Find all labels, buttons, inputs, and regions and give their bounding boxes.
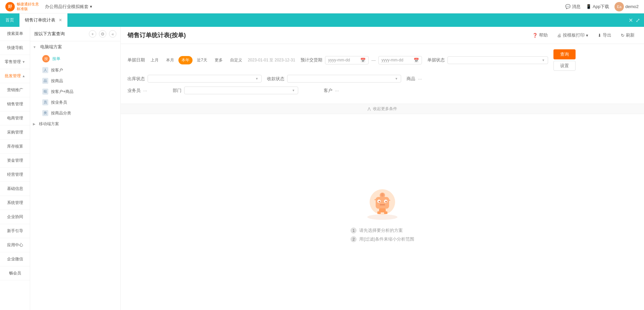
app-download-icon: 📱 (586, 4, 591, 9)
calendar-to-icon: 📅 (414, 58, 419, 63)
sidebar-item-retail[interactable]: 零售管理 ▼ (0, 55, 30, 69)
close-window-icon[interactable]: ✕ (629, 17, 633, 23)
date-btn-more[interactable]: 更多 (212, 56, 226, 64)
help-btn[interactable]: ❓ 帮助 (530, 31, 550, 40)
doc-status-arrow-icon: ▾ (542, 58, 544, 62)
expected-date-to-input[interactable]: yyyy-mm-dd 📅 (378, 56, 422, 64)
pc-solutions-items: 按 按单 人 按客户 品 按商品 组 按客户+商品 员 按业务员 (30, 53, 120, 118)
scheme-by-order[interactable]: 按 按单 (37, 53, 120, 65)
collapse-panel-btn[interactable]: « (109, 30, 116, 38)
content-area: 按以下方案查询 + ⚙ « ▼ 电脑端方案 按 按单 人 按客户 (30, 27, 644, 310)
sidebar-item-marketing[interactable]: 营销推广 (0, 83, 30, 97)
main-layout: 搜索菜单 快捷导航 零售管理 ▼ 批发管理 ▲ 营销推广 销售管理 电商管理 采… (0, 27, 644, 310)
tab-sales-order-stats[interactable]: 销售订单统计表 ✕ (19, 13, 67, 27)
page-title: 销售订单统计表(按单) (127, 31, 186, 39)
customer-more-icon[interactable]: ··· (335, 88, 339, 93)
settings-btn[interactable]: 设置 (553, 61, 576, 71)
svg-rect-14 (381, 193, 384, 197)
filter-row-1: 单据日期 上月 本月 本年 近7天 更多 自定义 2023-01-01 至 20… (127, 49, 637, 71)
sidebar-item-search-menu[interactable]: 搜索菜单 (0, 27, 30, 41)
svg-rect-2 (376, 197, 389, 209)
export-btn[interactable]: ⬇ 导出 (595, 31, 614, 40)
sidebar-item-ecommerce[interactable]: 电商管理 (0, 111, 30, 125)
scheme-by-customer[interactable]: 人 按客户 (37, 65, 120, 75)
app-selector[interactable]: 办公用品行业模拟账套 ▾ (45, 4, 92, 10)
sidebar-item-operations[interactable]: 经营管理 (0, 168, 30, 182)
sidebar-item-inventory[interactable]: 库存核算 (0, 140, 30, 154)
date-btn-7days[interactable]: 近7天 (194, 56, 210, 64)
top-bar-right: 💬 帮助 消息 📱 App下载 Ea demo2 (565, 2, 639, 11)
salesperson-label: 业务员 (127, 88, 141, 94)
empty-tips: 1 请先选择要分析的方案 2 用[过滤]条件来缩小分析范围 (351, 227, 414, 242)
sidebar-item-finance[interactable]: 资金管理 (0, 154, 30, 168)
left-panel-title: 按以下方案查询 (34, 31, 65, 37)
home-label: 首页 (5, 17, 14, 23)
svg-rect-12 (384, 211, 387, 214)
app-selector-arrow-icon: ▾ (90, 4, 92, 9)
sidebar-item-enterprise[interactable]: 企业协同 (0, 210, 30, 224)
mobile-solutions-group[interactable]: ▶ 移动端方案 (30, 118, 120, 130)
sidebar-item-new-guide[interactable]: 新手引导 (0, 224, 30, 238)
scheme-by-product-category[interactable]: 类 按商品分类 (37, 108, 120, 118)
doc-status-select[interactable]: ▾ (447, 56, 548, 64)
filter-ship-status-item: 出库状态 ▾ (127, 75, 262, 83)
svg-point-0 (367, 214, 397, 220)
filter-doc-status-item: 单据状态 ▾ (427, 56, 548, 64)
date-separator: — (371, 58, 376, 63)
payment-status-label: 收款状态 (267, 76, 284, 82)
sidebar-item-basic-info[interactable]: 基础信息 (0, 182, 30, 196)
add-scheme-btn[interactable]: + (89, 30, 96, 38)
expand-window-icon[interactable]: ⤢ (636, 17, 640, 23)
date-btn-this-year[interactable]: 本年 (178, 56, 193, 64)
calendar-from-icon: 📅 (360, 58, 366, 63)
scheme-by-customer-product-icon: 组 (42, 89, 48, 95)
date-btn-custom[interactable]: 自定义 (227, 56, 245, 64)
print-arrow-icon: ▾ (586, 33, 588, 38)
search-btn[interactable]: 查询 (553, 49, 576, 59)
print-template-btn[interactable]: 🖨 按模板打印 ▾ (554, 31, 591, 40)
salesperson-more-icon[interactable]: ··· (143, 88, 147, 93)
sidebar-item-enterprise-wechat[interactable]: 企业微信 (0, 252, 30, 266)
pc-solutions-group[interactable]: ▼ 电脑端方案 (30, 41, 120, 53)
mobile-solutions-label: 移动端方案 (39, 121, 59, 127)
scheme-by-salesperson-icon: 员 (42, 99, 48, 105)
product-more-icon[interactable]: ··· (418, 76, 422, 82)
ship-status-select[interactable]: ▾ (148, 75, 262, 83)
svg-point-5 (378, 201, 380, 203)
sidebar-item-wholesale[interactable]: 批发管理 ▲ (0, 69, 30, 83)
user-menu[interactable]: Ea demo2 (614, 2, 639, 11)
collapse-filter-btn[interactable]: ⋀ 收起更多条件 (121, 104, 644, 114)
scheme-by-salesperson[interactable]: 员 按业务员 (37, 97, 120, 108)
filter-section: 单据日期 上月 本月 本年 近7天 更多 自定义 2023-01-01 至 20… (121, 44, 644, 114)
scheme-by-product-category-icon: 类 (42, 110, 48, 116)
date-btn-last-month[interactable]: 上月 (148, 56, 162, 64)
scheme-by-customer-product[interactable]: 组 按客户+商品 (37, 86, 120, 97)
tab-controls: ✕ ⤢ (629, 17, 644, 23)
tab-home[interactable]: 首页 (0, 13, 19, 27)
scheme-by-product[interactable]: 品 按商品 (37, 75, 120, 86)
filter-row-2: 出库状态 ▾ 收款状态 ▾ (127, 75, 637, 83)
date-shortcuts: 上月 本月 本年 近7天 更多 自定义 (148, 56, 245, 64)
tab-close-icon[interactable]: ✕ (59, 18, 62, 22)
settings-scheme-btn[interactable]: ⚙ (99, 30, 106, 38)
department-select[interactable]: ▾ (184, 87, 298, 94)
sidebar-item-purchase[interactable]: 采购管理 (0, 125, 30, 140)
expected-date-from-input[interactable]: yyyy-mm-dd 📅 (325, 56, 369, 64)
sidebar-item-quick-nav[interactable]: 快捷导航 (0, 41, 30, 55)
page-header: 销售订单统计表(按单) ❓ 帮助 🖨 按模板打印 ▾ ⬇ 导出 (121, 27, 644, 44)
sidebar-item-app-center[interactable]: 应用中心 (0, 238, 30, 252)
page-actions: ❓ 帮助 🖨 按模板打印 ▾ ⬇ 导出 ↻ 刷新 (530, 31, 637, 40)
sidebar-item-system[interactable]: 系统管理 (0, 196, 30, 210)
help-icon: ❓ (532, 33, 538, 38)
left-panel: 按以下方案查询 + ⚙ « ▼ 电脑端方案 按 按单 人 按客户 (30, 27, 121, 310)
message-btn[interactable]: 💬 帮助 消息 (565, 4, 581, 10)
search-btn-group: 查询 设置 (553, 49, 576, 71)
sidebar-item-sales[interactable]: 销售管理 (0, 97, 30, 111)
tip-num-2: 2 (351, 236, 357, 242)
date-btn-this-month[interactable]: 本月 (163, 56, 177, 64)
app-download-btn[interactable]: 📱 App下载 (586, 4, 609, 10)
payment-status-select[interactable]: ▾ (287, 75, 401, 83)
refresh-btn[interactable]: ↻ 刷新 (618, 31, 637, 40)
sidebar-item-vip[interactable]: 畅会员 (0, 266, 30, 280)
wholesale-arrow-icon: ▲ (22, 74, 25, 78)
